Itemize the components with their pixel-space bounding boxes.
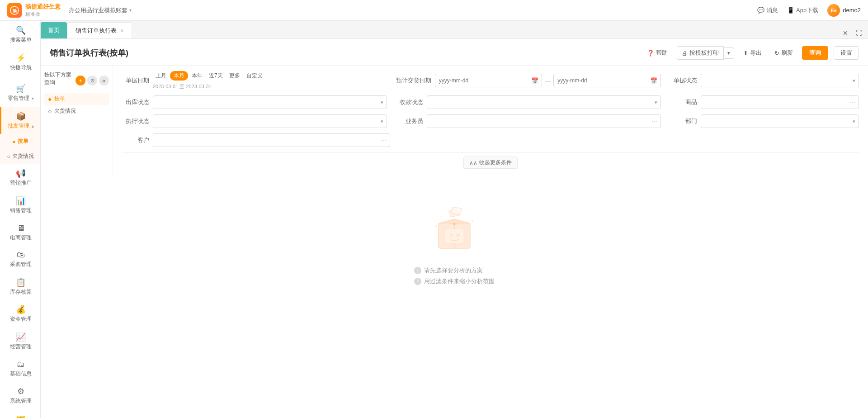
- date-tab-this-month[interactable]: 本月: [170, 71, 188, 81]
- help-button[interactable]: ❓ 帮助: [643, 47, 671, 59]
- date-tab-more[interactable]: 更多: [226, 71, 243, 81]
- finance-icon: 💰: [16, 304, 26, 314]
- customer-input[interactable]: [153, 133, 390, 147]
- out-status-select-wrap: ▾: [153, 95, 387, 109]
- tab-close-icon[interactable]: ×: [119, 28, 124, 34]
- svg-point-6: [435, 225, 437, 227]
- exec-status-select[interactable]: [153, 114, 387, 128]
- filter-row-2: 出库状态 ▾ 收款状态: [122, 95, 859, 109]
- ecommerce-icon: 🖥: [17, 223, 25, 233]
- tip-text-2: 用过滤条件来缩小分析范围: [424, 277, 495, 285]
- app-download-button[interactable]: 📱 App下载: [787, 6, 818, 14]
- filter-option-order[interactable]: ● 按单: [44, 93, 109, 105]
- sidebar-item-enterprise[interactable]: 🤝 企业协同: [0, 409, 40, 418]
- out-status-label: 出库状态: [122, 98, 149, 106]
- collapse-up-icon: ∧∧: [469, 160, 477, 166]
- filter-option-label-order: 按单: [54, 95, 65, 103]
- avatar-initials: Ea: [831, 8, 837, 13]
- sidebar-sub-item-shortage[interactable]: ○ 欠货情况: [0, 149, 41, 164]
- tip-num-2: 2: [414, 278, 421, 285]
- sidebar-label-wholesale: 批发管理 ▴: [8, 123, 34, 130]
- customer-ellipsis-icon[interactable]: ···: [381, 137, 387, 144]
- date-tab-custom[interactable]: 自定义: [244, 71, 265, 81]
- tab-bar: 首页 销售订单执行表 × ✕ ⛶: [41, 21, 868, 39]
- download-icon: 📱: [787, 7, 794, 14]
- sidebar-item-wholesale[interactable]: 📦 批发管理 ▴: [0, 107, 40, 134]
- filter-form: 单据日期 上月 本月 本年 近7天 更多 自定义 20: [113, 66, 868, 176]
- inventory-icon: 📋: [16, 277, 26, 287]
- sidebar-label-sales: 销售管理: [10, 207, 32, 214]
- receipt-status-select[interactable]: [427, 95, 661, 109]
- window-close-button[interactable]: ✕: [840, 28, 851, 38]
- receipt-status-select-wrap: ▾: [427, 95, 661, 109]
- window-maximize-button[interactable]: ⛶: [854, 28, 864, 38]
- goods-ellipsis-icon[interactable]: ···: [850, 99, 855, 106]
- print-label: 按模板打印: [689, 49, 719, 57]
- dept-select[interactable]: [701, 114, 859, 128]
- help-icon: ❓: [647, 50, 654, 57]
- filter-field-salesman: 业务员 ···: [396, 114, 661, 128]
- filter-sidebar-title: 按以下方案查询: [44, 71, 75, 86]
- dept-label: 部门: [670, 117, 697, 125]
- tab-home[interactable]: 首页: [41, 22, 67, 38]
- sidebar-item-sales[interactable]: 📊 销售管理: [0, 191, 40, 219]
- sidebar-item-retail[interactable]: 🛒 零售管理 ▾: [0, 79, 40, 107]
- sidebar-item-basic[interactable]: 🗂 基础信息: [0, 355, 40, 382]
- expected-date-end-input[interactable]: [553, 74, 660, 87]
- settings-label: 设置: [840, 49, 852, 57]
- sidebar-item-finance[interactable]: 💰 资金管理: [0, 300, 40, 328]
- sidebar-item-search[interactable]: 🔍 搜索菜单: [0, 21, 40, 48]
- out-status-select[interactable]: [153, 95, 387, 109]
- sidebar-label-purchase: 采购管理: [10, 261, 32, 268]
- refresh-button[interactable]: ↻ 刷新: [771, 47, 797, 59]
- print-button[interactable]: 🖨 按模板打印: [677, 46, 724, 60]
- sidebar-sub-label-order: 按单: [18, 138, 28, 145]
- print-dropdown: 🖨 按模板打印 ▾: [677, 46, 734, 60]
- retail-icon: 🛒: [16, 84, 26, 94]
- wholesale-icon: 📦: [16, 111, 26, 121]
- settings-button[interactable]: 设置: [834, 46, 859, 60]
- collapse-filter-button[interactable]: «: [99, 76, 109, 86]
- message-icon: 💬: [757, 7, 764, 14]
- svg-point-7: [472, 220, 473, 222]
- export-button[interactable]: ⬆ 导出: [740, 47, 765, 59]
- date-tab-this-year[interactable]: 本年: [189, 71, 205, 81]
- order-status-select[interactable]: [701, 74, 859, 87]
- sidebar-item-system[interactable]: ⚙ 系统管理: [0, 382, 40, 409]
- svg-point-13: [457, 234, 459, 236]
- date-range-text: 2023-03-01 至 2023-03-31: [153, 83, 387, 90]
- collapse-more-button[interactable]: ∧∧ 收起更多条件: [463, 157, 518, 169]
- edit-filter-button[interactable]: ⊙: [87, 76, 97, 86]
- salesman-ellipsis-icon[interactable]: ···: [652, 118, 657, 125]
- empty-state: 1 请先选择要分析的方案 2 用过滤条件来缩小分析范围: [41, 176, 868, 315]
- goods-input[interactable]: [701, 95, 859, 109]
- sidebar-item-ecommerce[interactable]: 🖥 电商管理: [0, 219, 40, 246]
- sidebar-item-operations[interactable]: 📈 经营管理: [0, 328, 40, 355]
- sidebar-sub-wholesale: ● 按单 ○ 欠货情况: [0, 134, 41, 164]
- sidebar-sub-item-order[interactable]: ● 按单: [0, 134, 41, 149]
- user-area[interactable]: Ea demo2: [827, 4, 861, 17]
- filter-row-3: 执行状态 ▾ 业务员 ··: [122, 114, 859, 128]
- sidebar-item-marketing[interactable]: 📢 营销推广: [0, 164, 40, 191]
- filter-option-shortage[interactable]: ○ 欠货情况: [44, 105, 109, 117]
- brand-sub: 标准版: [25, 11, 61, 17]
- add-filter-button[interactable]: +: [75, 76, 85, 86]
- printer-icon: 🖨: [682, 50, 688, 57]
- print-dropdown-arrow[interactable]: ▾: [724, 48, 734, 59]
- circle-outline-icon: ○: [7, 153, 10, 160]
- tab-active[interactable]: 销售订单执行表 ×: [68, 22, 132, 38]
- logo-text: 畅捷通好生意 标准版: [25, 3, 61, 17]
- sidebar-item-quick-nav[interactable]: ⚡ 快捷导航: [0, 48, 40, 76]
- sidebar-label-retail: 零售管理 ▾: [8, 95, 34, 102]
- sidebar-label-finance: 资金管理: [10, 316, 32, 323]
- message-button[interactable]: 💬 消息: [757, 6, 778, 14]
- industry-selector[interactable]: 办公用品行业模拟账套 ▾: [65, 5, 135, 16]
- sidebar-item-purchase[interactable]: 🛍 采购管理: [0, 246, 40, 273]
- dept-select-wrap: ▾: [701, 114, 859, 128]
- sidebar-item-inventory[interactable]: 📋 库存核算: [0, 273, 40, 300]
- salesman-input[interactable]: [427, 114, 661, 128]
- query-button[interactable]: 查询: [802, 46, 828, 60]
- expected-date-start-input[interactable]: [435, 74, 542, 87]
- date-tab-last-month[interactable]: 上月: [153, 71, 169, 81]
- date-tab-7days[interactable]: 近7天: [206, 71, 226, 81]
